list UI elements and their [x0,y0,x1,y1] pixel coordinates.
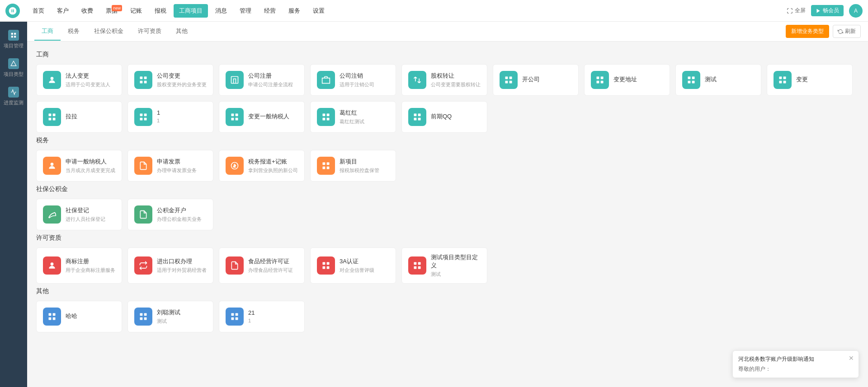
svg-rect-6 [140,77,143,79]
card-title-公司注册: 公司注册 [248,72,293,80]
nav-item-管理[interactable]: 管理 [234,4,257,18]
nav-item-服务[interactable]: 服务 [283,4,306,18]
svg-rect-47 [418,118,421,121]
top-nav: 首页客户收费票据new记账报税工商项目消息管理经营服务设置 全屏 畅会员 A [0,0,868,22]
card-申请一般纳税人[interactable]: 申请一般纳税人当月或次月成变更完成 [36,150,122,182]
card-公积金开户[interactable]: 公积金开户办理公积金相关业务 [127,199,213,230]
card-1[interactable]: 11 [127,101,213,133]
svg-rect-0 [11,33,13,35]
card-公司注册[interactable]: 公司注册申请公司注册全流程 [219,64,305,96]
card-哈哈[interactable]: 哈哈 [36,301,122,332]
card-icon-新项目 [317,157,335,175]
section-工商: 工商法人变更适用于公司变更法人公司变更股权变更外的业务变更公司注册申请公司注册全… [36,51,859,133]
card-公司注销[interactable]: 公司注销适用于注销公司 [310,64,396,96]
card-进出口权办理[interactable]: 进出口权办理适用于对外贸易经营者 [127,247,213,284]
card-text-哈哈: 哈哈 [66,312,77,322]
notification-close[interactable]: ✕ [849,354,854,362]
tab-税务[interactable]: 税务 [61,23,87,41]
tab-社保公积金[interactable]: 社保公积金 [87,23,131,41]
nav-item-首页[interactable]: 首页 [27,4,50,18]
cards-grid-许可资质: 商标注册用于企业商标注册服务进出口权办理适用于对外贸易经营者食品经营许可证办理食… [36,247,859,284]
card-desc-3A认证: 对企业信誉评级 [340,267,374,274]
card-3A认证[interactable]: 3A认证对企业信誉评级 [310,247,396,284]
card-desc-社保登记: 进行人员社保登记 [66,216,105,223]
card-社保登记[interactable]: 社保登记进行人员社保登记 [36,199,122,230]
avatar[interactable]: A [849,4,863,18]
card-icon-葛红红 [317,108,335,126]
nav-item-报税[interactable]: 报税 [149,4,172,18]
card-新项目[interactable]: 新项目报税加税控盘保管 [310,150,396,182]
svg-marker-4 [11,61,16,66]
card-desc-新项目: 报税加税控盘保管 [340,167,379,174]
card-desc-公司注册: 申请公司注册全流程 [248,81,293,88]
card-text-刘聪测试: 刘聪测试测试 [157,308,180,325]
card-法人变更[interactable]: 法人变更适用于公司变更法人 [36,64,122,96]
fullscreen-btn[interactable]: 全屏 [787,7,806,14]
refresh-button[interactable]: 刷新 [833,25,861,38]
card-text-新项目: 新项目报税加税控盘保管 [340,158,379,174]
card-葛红红[interactable]: 葛红红葛红红测试 [310,101,396,133]
card-desc-测试项目类型目定义: 测试 [431,271,481,278]
svg-rect-74 [236,317,238,320]
new-type-button[interactable]: 新增业务类型 [786,25,829,38]
card-测试项目类型目定义[interactable]: 测试项目类型目定义测试 [401,247,487,284]
card-申请发票[interactable]: 申请发票办理申请发票业务 [127,150,213,182]
tab-其他[interactable]: 其他 [169,23,195,41]
card-变更一般纳税人[interactable]: 变更一般纳税人 [219,101,305,133]
sidebar-label-项目类型: 项目类型 [4,71,24,78]
card-税务报道+记账[interactable]: 税务报道+记账拿到营业执照的新公司 [219,150,305,182]
nav-item-消息[interactable]: 消息 [210,4,232,18]
card-测试[interactable]: 测试 [675,64,761,96]
section-社保公积金: 社保公积金社保登记进行人员社保登记公积金开户办理公积金相关业务 [36,185,859,230]
card-开公司[interactable]: 开公司 [493,64,579,96]
section-title-社保公积金: 社保公积金 [36,185,859,193]
card-食品经营许可证[interactable]: 食品经营许可证办理食品经营许可证 [219,247,305,284]
tab-工商[interactable]: 工商 [34,23,61,41]
card-公司变更[interactable]: 公司变更股权变更外的业务变更 [127,64,213,96]
member-btn[interactable]: 畅会员 [811,5,844,16]
card-icon-公司变更 [134,71,152,89]
svg-rect-2 [11,36,13,37]
nav-items: 首页客户收费票据new记账报税工商项目消息管理经营服务设置 [27,4,787,18]
svg-rect-19 [601,81,604,84]
nav-item-票据[interactable]: 票据new [100,4,123,18]
card-title-21: 21 [248,309,255,316]
nav-item-客户[interactable]: 客户 [52,4,74,18]
nav-item-记账[interactable]: 记账 [125,4,147,18]
sidebar-item-项目类型[interactable]: 项目类型 [0,54,27,82]
card-title-1: 1 [157,109,160,116]
svg-rect-67 [140,313,143,316]
nav-item-收费[interactable]: 收费 [76,4,99,18]
member-label: 畅会员 [823,7,839,14]
nav-item-设置[interactable]: 设置 [307,4,330,18]
nav-item-工商项目[interactable]: 工商项目 [174,4,208,18]
svg-rect-61 [414,266,417,269]
card-icon-公积金开户 [134,205,152,224]
svg-rect-55 [323,262,326,265]
card-拉拉[interactable]: 拉拉 [36,101,122,133]
card-变更地址[interactable]: 变更地址 [584,64,670,96]
notification-popup: ✕ 河北税务数字账户升级影响通知 尊敬的用户： [732,350,859,378]
svg-rect-42 [323,118,326,121]
card-desc-1: 1 [157,117,160,124]
svg-rect-40 [323,114,326,117]
card-商标注册[interactable]: 商标注册用于企业商标注册服务 [36,247,122,284]
sidebar-item-项目管理[interactable]: 项目管理 [0,25,27,54]
tab-许可资质[interactable]: 许可资质 [131,23,169,41]
card-前期QQ[interactable]: 前期QQ [401,101,487,133]
svg-rect-15 [509,81,512,84]
card-icon-刘聪测试 [134,308,152,326]
card-desc-法人变更: 适用于公司变更法人 [66,81,110,88]
sidebar-item-进度监测[interactable]: 进度监测 [0,82,27,111]
fullscreen-label: 全屏 [795,7,806,14]
card-变更[interactable]: 变更 [767,64,853,96]
svg-rect-34 [140,118,143,121]
card-21[interactable]: 211 [219,301,305,332]
card-股权转让[interactable]: 股权转让公司变更需要股权转让 [401,64,487,96]
card-刘聪测试[interactable]: 刘聪测试测试 [127,301,213,332]
nav-item-经营[interactable]: 经营 [259,4,281,18]
card-icon-测试项目类型目定义 [408,256,426,275]
svg-rect-56 [327,262,330,265]
card-icon-测试 [682,71,700,89]
card-text-测试项目类型目定义: 测试项目类型目定义测试 [431,253,481,278]
